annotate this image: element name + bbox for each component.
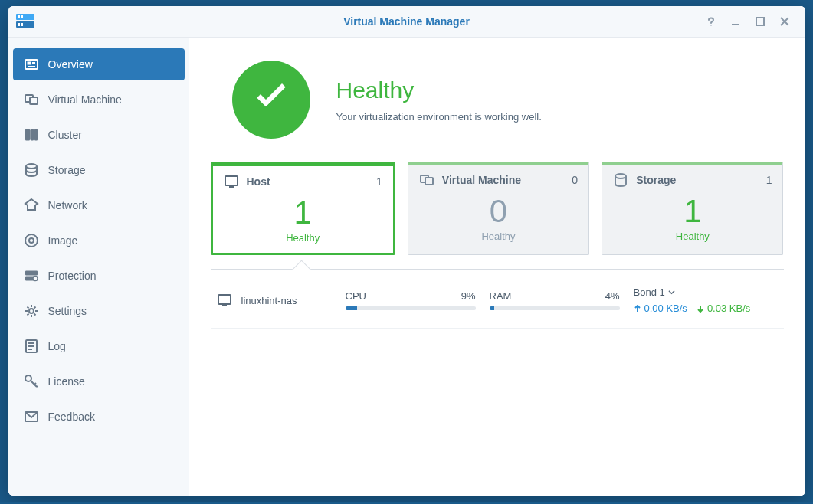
title-bar: Virtual Machine Manager [8, 6, 805, 38]
sidebar-item-overview[interactable]: Overview [13, 48, 185, 80]
sidebar-item-label: Image [48, 234, 78, 247]
host-icon [217, 293, 232, 308]
card-label: Storage [636, 174, 676, 186]
card-count: 1 [766, 174, 772, 186]
svg-rect-8 [756, 18, 764, 25]
sidebar-item-settings[interactable]: Settings [13, 295, 185, 327]
ram-meter: RAM 4% [490, 290, 620, 310]
protection-icon [24, 268, 39, 283]
envelope-icon [24, 409, 39, 424]
svg-rect-19 [34, 129, 38, 140]
host-icon [224, 174, 239, 189]
storage-icon [24, 162, 39, 178]
vm-icon [419, 172, 434, 188]
sidebar-item-label: License [48, 375, 85, 388]
svg-point-25 [33, 277, 38, 281]
key-icon [24, 374, 39, 389]
vm-icon [24, 92, 39, 107]
svg-rect-16 [30, 97, 38, 104]
card-storage[interactable]: Storage 1 1 Healthy [602, 162, 783, 255]
sidebar-item-label: Settings [48, 305, 87, 317]
help-button[interactable] [704, 15, 718, 28]
svg-rect-23 [25, 271, 38, 275]
sidebar-item-log[interactable]: Log [13, 330, 185, 362]
card-value: 1 [613, 195, 772, 227]
arrow-up-icon [634, 305, 641, 313]
network-stats: Bond 1 0.00 KB/s 0.03 KB/s [634, 286, 764, 314]
cluster-icon [24, 127, 39, 142]
card-label: Host [247, 175, 270, 188]
svg-point-6 [710, 25, 711, 25]
pointer-icon [292, 260, 310, 278]
card-host[interactable]: Host 1 1 Healthy [211, 162, 395, 255]
ram-label: RAM [490, 290, 512, 302]
sidebar-item-label: Cluster [48, 129, 82, 141]
card-value: 1 [224, 197, 382, 229]
gear-icon [24, 303, 39, 319]
ram-value: 4% [605, 290, 620, 302]
cpu-label: CPU [346, 290, 366, 302]
app-icon [15, 11, 36, 32]
upload-value: 0.00 KB/s [644, 303, 687, 314]
svg-point-22 [29, 238, 34, 243]
sidebar-item-feedback[interactable]: Feedback [13, 401, 185, 433]
window-controls [704, 15, 805, 28]
sidebar-item-label: Storage [48, 164, 86, 176]
sidebar-item-label: Network [48, 199, 87, 211]
close-button[interactable] [778, 15, 792, 28]
svg-point-20 [26, 164, 37, 169]
host-name: linuxhint-nas [217, 293, 332, 308]
card-status: Healthy [419, 231, 578, 242]
arrow-down-icon [697, 305, 704, 313]
card-status: Healthy [224, 232, 382, 244]
sidebar-item-protection[interactable]: Protection [13, 260, 185, 292]
app-window: Virtual Machine Manager Overview Virtual… [8, 6, 805, 496]
svg-point-37 [615, 174, 626, 178]
sidebar-item-label: Feedback [48, 411, 95, 423]
interface-label: Bond 1 [634, 286, 665, 298]
card-virtual-machine[interactable]: Virtual Machine 0 0 Healthy [408, 162, 589, 255]
svg-rect-36 [425, 178, 433, 185]
download-rate: 0.03 KB/s [697, 303, 750, 314]
svg-rect-33 [225, 176, 238, 185]
sidebar-item-label: Overview [48, 58, 93, 70]
sidebar-item-virtual-machine[interactable]: Virtual Machine [13, 83, 185, 116]
cpu-bar [346, 306, 476, 310]
upload-rate: 0.00 KB/s [634, 303, 687, 314]
health-check-icon [232, 61, 310, 139]
sidebar-item-network[interactable]: Network [13, 189, 185, 221]
status-subtitle: Your virtualization environment is worki… [336, 111, 542, 123]
minimize-button[interactable] [729, 15, 743, 28]
svg-rect-4 [18, 23, 20, 26]
sidebar-item-cluster[interactable]: Cluster [13, 119, 185, 151]
svg-rect-11 [25, 60, 38, 69]
storage-icon [613, 172, 628, 188]
summary-cards: Host 1 1 Healthy Virtual Machine 0 0 Hea… [211, 162, 784, 255]
sidebar-item-storage[interactable]: Storage [13, 154, 185, 186]
network-icon [24, 198, 39, 213]
sidebar: Overview Virtual Machine Cluster Storage… [8, 38, 189, 496]
svg-rect-18 [31, 129, 34, 140]
svg-rect-12 [28, 62, 31, 64]
sidebar-item-license[interactable]: License [13, 365, 185, 398]
sidebar-item-label: Log [48, 340, 66, 352]
svg-rect-2 [18, 15, 20, 18]
image-icon [24, 233, 39, 248]
svg-point-31 [25, 375, 31, 381]
maximize-button[interactable] [753, 15, 767, 28]
svg-rect-17 [25, 129, 30, 140]
sidebar-item-image[interactable]: Image [13, 224, 185, 257]
host-row: linuxhint-nas CPU 9% RAM 4% [211, 283, 784, 329]
host-name-label: linuxhint-nas [241, 295, 297, 306]
card-count: 0 [572, 174, 578, 186]
sidebar-item-label: Protection [48, 270, 97, 282]
interface-dropdown[interactable]: Bond 1 [634, 286, 675, 298]
svg-rect-3 [21, 15, 23, 18]
svg-point-26 [29, 309, 34, 313]
svg-rect-38 [218, 295, 231, 304]
main-content: Healthy Your virtualization environment … [189, 38, 805, 496]
overview-icon [24, 57, 39, 72]
status-header: Healthy Your virtualization environment … [232, 61, 784, 139]
card-label: Virtual Machine [442, 174, 521, 186]
card-value: 0 [419, 195, 578, 227]
